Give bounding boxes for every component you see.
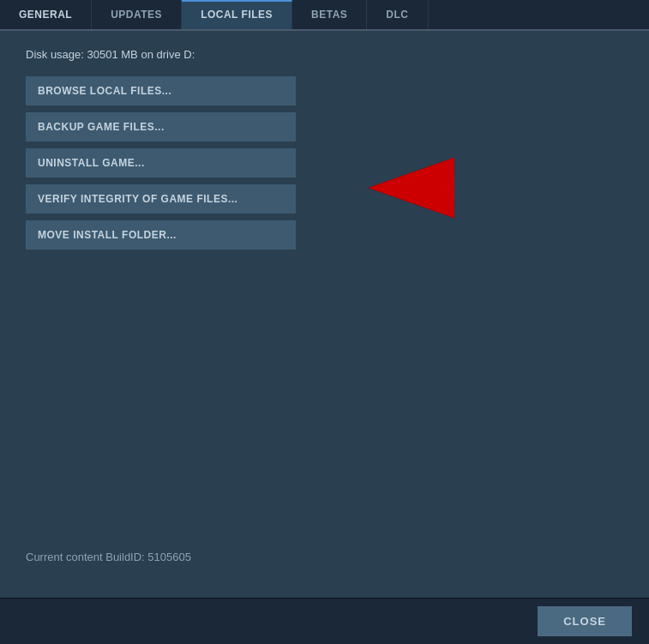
build-id-label: Current content BuildID: 5105605 (26, 551, 191, 563)
main-content: Disk usage: 30501 MB on drive D: BROWSE … (0, 31, 649, 598)
tab-updates[interactable]: UPDATES (92, 0, 182, 29)
tab-local-files[interactable]: LOCAL FILES (182, 0, 292, 29)
build-id-area: Current content BuildID: 5105605 (26, 250, 623, 581)
svg-marker-1 (399, 158, 454, 196)
move-install-folder-button[interactable]: MOVE INSTALL FOLDER... (26, 220, 296, 250)
tab-dlc[interactable]: DLC (367, 0, 428, 29)
disk-usage-label: Disk usage: 30501 MB on drive D: (26, 48, 623, 61)
steam-properties-window: GENERAL UPDATES LOCAL FILES BETAS DLC Di… (0, 0, 649, 644)
browse-local-files-button[interactable]: BROWSE LOCAL FILES... (26, 76, 296, 105)
svg-marker-0 (369, 158, 454, 218)
tab-bar: GENERAL UPDATES LOCAL FILES BETAS DLC (0, 0, 649, 31)
action-buttons-section: BROWSE LOCAL FILES... BACKUP GAME FILES.… (26, 76, 623, 250)
tab-betas[interactable]: BETAS (292, 0, 367, 29)
annotation-arrow (317, 149, 454, 226)
verify-integrity-button[interactable]: VERIFY INTEGRITY OF GAME FILES... (26, 184, 296, 214)
uninstall-game-button[interactable]: UNINSTALL GAME... (26, 148, 296, 178)
tab-general[interactable]: GENERAL (0, 0, 92, 29)
footer: CLOSE (0, 598, 649, 644)
backup-game-files-button[interactable]: BACKUP GAME FILES... (26, 112, 296, 141)
close-button[interactable]: CLOSE (538, 606, 632, 636)
svg-rect-2 (399, 179, 454, 196)
